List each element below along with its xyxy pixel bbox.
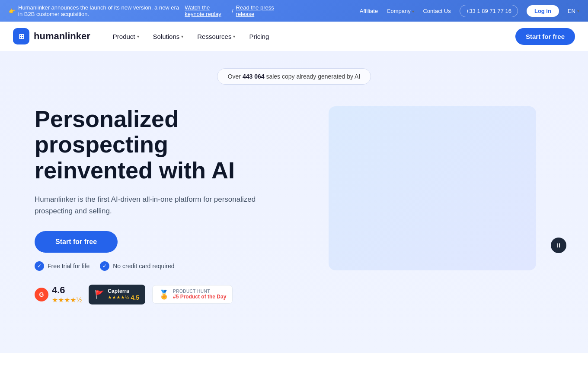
hero-title-line2: reinvented with AI <box>35 157 235 183</box>
hero-visual <box>329 106 536 270</box>
producthunt-medal-icon: 🏅 <box>159 289 169 300</box>
nav-pricing[interactable]: Pricing <box>244 29 274 44</box>
phone-button[interactable]: +33 1 89 71 77 16 <box>460 5 518 17</box>
announcement-bar: 👉 Humanlinker announces the launch of it… <box>0 0 588 22</box>
capterra-details: Capterra ★★★★½ 4.5 <box>108 288 139 301</box>
logo[interactable]: ⊞ humanlinker <box>13 28 90 44</box>
nav-menu: Product ▾ Solutions ▾ Ressources ▾ Prici… <box>108 29 274 44</box>
nav-left: ⊞ humanlinker Product ▾ Solutions ▾ Ress… <box>13 28 274 44</box>
capterra-stars: ★★★★½ <box>108 295 129 300</box>
hero-title-line1: Personalized prospecting <box>35 106 179 157</box>
contact-link[interactable]: Contact Us <box>423 8 451 14</box>
producthunt-rank: #5 Product of the Day <box>173 294 226 300</box>
hero-left: Personalized prospecting reinvented with… <box>35 106 294 304</box>
g2-stars: ★★★★½ <box>52 296 82 304</box>
check-icon-trial: ✓ <box>35 261 44 271</box>
ressources-chevron: ▾ <box>233 34 235 39</box>
logo-icon: ⊞ <box>13 28 29 44</box>
announcement-press-link[interactable]: Read the press release <box>236 4 277 17</box>
stats-suffix: sales copy already generated by AI <box>265 73 361 80</box>
g2-details: 4.6 ★★★★½ <box>52 285 82 304</box>
capterra-score: 4.5 <box>131 294 139 301</box>
trusted-section: Trusted by more than 25 000 users in 160… <box>0 353 588 371</box>
check-item-trial: ✓ Free trial for life <box>35 261 89 271</box>
nav-solutions[interactable]: Solutions ▾ <box>148 29 189 44</box>
producthunt-details: PRODUCT HUNT #5 Product of the Day <box>173 289 226 300</box>
hero-checks: ✓ Free trial for life ✓ No credit card r… <box>35 261 294 271</box>
nav-ressources[interactable]: Ressources ▾ <box>192 29 240 44</box>
announcement-text: 👉 Humanlinker announces the launch of it… <box>9 4 277 17</box>
check-label-trial: Free trial for life <box>48 263 89 270</box>
g2-logo: G <box>35 288 48 301</box>
producthunt-badge: 🏅 PRODUCT HUNT #5 Product of the Day <box>152 285 233 304</box>
hero-title: Personalized prospecting reinvented with… <box>35 106 294 183</box>
hero-visual-area: ⏸ <box>311 106 553 270</box>
stats-pill-wrapper: Over 443 064 sales copy already generate… <box>0 51 588 93</box>
main-nav: ⊞ humanlinker Product ▾ Solutions ▾ Ress… <box>0 22 588 51</box>
announcement-emoji: 👉 <box>9 8 16 14</box>
logo-text: humanlinker <box>34 31 90 42</box>
login-button[interactable]: Log in <box>527 5 559 17</box>
pause-button[interactable]: ⏸ <box>551 238 566 253</box>
language-selector[interactable]: EN ▾ <box>568 8 579 14</box>
check-icon-card: ✓ <box>100 261 109 271</box>
nav-start-button[interactable]: Start for free <box>515 28 575 45</box>
check-label-card: No credit card required <box>113 263 174 270</box>
main-content: Over 443 064 sales copy already generate… <box>0 51 588 353</box>
check-item-card: ✓ No credit card required <box>100 261 174 271</box>
announcement-watch-link[interactable]: Watch the keynote replay <box>185 4 229 17</box>
g2-badge: G 4.6 ★★★★½ <box>35 285 82 304</box>
hero-cta-button[interactable]: Start for free <box>35 231 118 253</box>
announcement-separator: / <box>232 8 233 14</box>
announcement-message: Humanlinker announces the launch of its … <box>18 4 182 17</box>
capterra-flag-icon: 🚩 <box>95 290 104 299</box>
capterra-badge: 🚩 Capterra ★★★★½ 4.5 <box>89 285 145 304</box>
badges-section: G 4.6 ★★★★½ 🚩 Capterra ★★★★½ <box>35 285 294 304</box>
hero-subtitle: Humanlinker is the first AI-driven all-i… <box>35 193 268 217</box>
stats-prefix: Over <box>228 73 243 80</box>
product-chevron: ▾ <box>137 34 139 39</box>
nav-product[interactable]: Product ▾ <box>108 29 144 44</box>
top-nav: Affiliate Company ▾ Contact Us +33 1 89 … <box>360 5 579 17</box>
company-link[interactable]: Company ▾ <box>387 8 414 14</box>
hero-section: Personalized prospecting reinvented with… <box>0 93 588 322</box>
stats-number: 443 064 <box>243 73 265 80</box>
affiliate-link[interactable]: Affiliate <box>360 8 378 14</box>
producthunt-label: PRODUCT HUNT <box>173 289 226 294</box>
solutions-chevron: ▾ <box>181 34 183 39</box>
g2-score: 4.6 <box>52 285 82 296</box>
capterra-label: Capterra <box>108 288 139 294</box>
capterra-logo: 🚩 <box>95 290 104 299</box>
stats-pill: Over 443 064 sales copy already generate… <box>217 68 371 85</box>
logo-letter: ⊞ <box>19 32 24 41</box>
